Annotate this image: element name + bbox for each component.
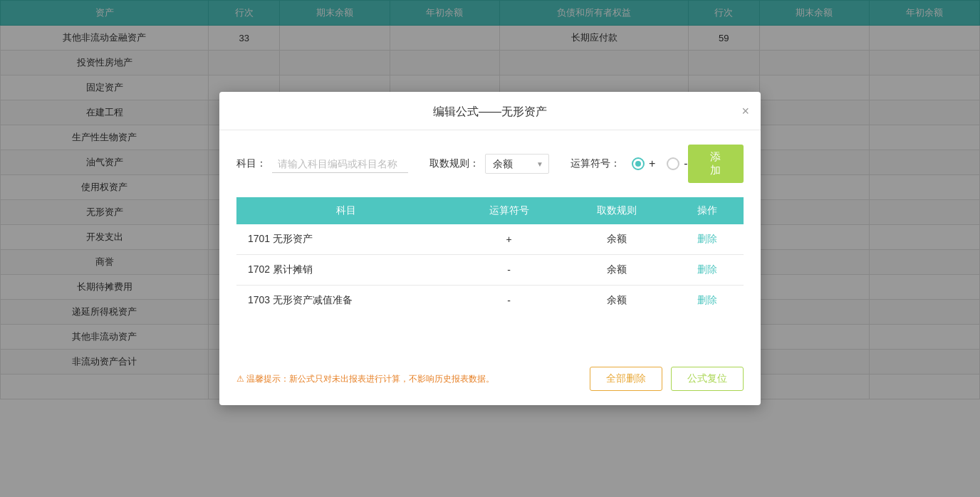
- formula-operator-cell: +: [455, 224, 563, 255]
- delete-link[interactable]: 删除: [697, 263, 717, 275]
- formula-action-cell: 删除: [670, 224, 744, 255]
- rule-label: 取数规则：: [429, 157, 479, 170]
- delete-link[interactable]: 删除: [697, 294, 717, 305]
- rule-select[interactable]: 余额借方贷方借方累计贷方累计: [485, 154, 549, 174]
- formula-rule-cell: 余额: [563, 224, 670, 255]
- edit-formula-modal: 编辑公式——无形资产 × 科目： 取数规则： 余额借方贷方借方累计贷方累计 ▼ …: [219, 92, 761, 405]
- formula-operator-cell: -: [455, 255, 563, 286]
- formula-operator-cell: -: [455, 286, 563, 316]
- footer-tip: ⚠ 温馨提示：新公式只对未出报表进行计算，不影响历史报表数据。: [236, 373, 494, 385]
- radio-group: + -: [632, 157, 688, 170]
- formula-action-cell: 删除: [670, 286, 744, 316]
- formula-table: 科目运算符号取数规则操作 1701 无形资产+余额删除1702 累计摊销-余额删…: [236, 197, 744, 315]
- formula-table-header: 操作: [670, 197, 744, 224]
- modal-title: 编辑公式——无形资产: [433, 105, 547, 120]
- rule-select-wrapper: 余额借方贷方借方累计贷方累计 ▼: [485, 154, 549, 174]
- radio-plus-circle: [632, 157, 645, 170]
- formula-action-cell: 删除: [670, 255, 744, 286]
- subject-label: 科目：: [236, 157, 266, 170]
- radio-minus[interactable]: -: [667, 157, 687, 170]
- formula-subject-cell: 1701 无形资产: [236, 224, 455, 255]
- add-button[interactable]: 添加: [688, 145, 744, 183]
- table-row: 1701 无形资产+余额删除: [236, 224, 744, 255]
- form-row: 科目： 取数规则： 余额借方贷方借方累计贷方累计 ▼ 运算符号： +: [236, 145, 744, 183]
- modal-overlay: 编辑公式——无形资产 × 科目： 取数规则： 余额借方贷方借方累计贷方累计 ▼ …: [0, 0, 980, 497]
- table-row: 1702 累计摊销-余额删除: [236, 255, 744, 286]
- radio-plus[interactable]: +: [632, 157, 655, 170]
- modal-header: 编辑公式——无形资产 ×: [219, 92, 761, 130]
- operator-label: 运算符号：: [570, 157, 620, 170]
- formula-table-header: 取数规则: [563, 197, 670, 224]
- tip-text: 温馨提示：新公式只对未出报表进行计算，不影响历史报表数据。: [246, 374, 494, 384]
- footer-buttons: 全部删除 公式复位: [590, 367, 744, 391]
- modal-close-button[interactable]: ×: [741, 105, 749, 117]
- formula-subject-cell: 1703 无形资产减值准备: [236, 286, 455, 316]
- tip-icon: ⚠: [236, 374, 246, 384]
- formula-rule-cell: 余额: [563, 286, 670, 316]
- formula-rule-cell: 余额: [563, 255, 670, 286]
- radio-minus-label: -: [684, 157, 687, 170]
- delete-all-button[interactable]: 全部删除: [590, 367, 662, 391]
- formula-table-header: 科目: [236, 197, 455, 224]
- table-row: 1703 无形资产减值准备-余额删除: [236, 286, 744, 316]
- modal-footer: ⚠ 温馨提示：新公式只对未出报表进行计算，不影响历史报表数据。 全部删除 公式复…: [219, 355, 761, 405]
- subject-input[interactable]: [272, 155, 408, 173]
- modal-body: 科目： 取数规则： 余额借方贷方借方累计贷方累计 ▼ 运算符号： +: [219, 130, 761, 355]
- formula-table-header: 运算符号: [455, 197, 563, 224]
- operator-section: 运算符号： + -: [570, 157, 688, 170]
- formula-subject-cell: 1702 累计摊销: [236, 255, 455, 286]
- delete-link[interactable]: 删除: [697, 233, 717, 244]
- radio-plus-label: +: [649, 157, 655, 170]
- radio-minus-circle: [667, 157, 679, 170]
- reset-formula-button[interactable]: 公式复位: [671, 367, 744, 391]
- rule-section: 取数规则： 余额借方贷方借方累计贷方累计 ▼: [429, 154, 549, 174]
